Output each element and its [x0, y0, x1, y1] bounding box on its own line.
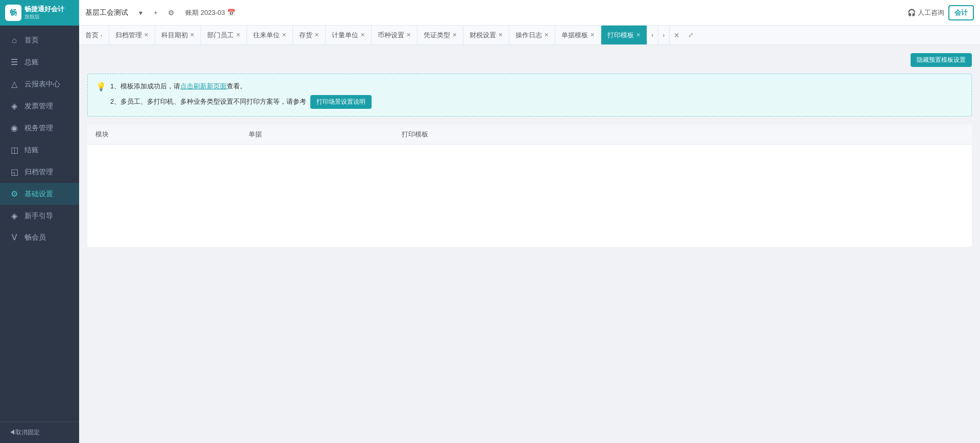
tab-suppliers-label: 往来单位 [253, 31, 280, 40]
tab-single-template-label: 单据模板 [561, 31, 588, 40]
print-scene-button[interactable]: 打印场景设置说明 [310, 95, 372, 109]
service-label: 人工咨询 [918, 8, 944, 17]
tab-subject-init[interactable]: 科目期初 ✕ [155, 26, 201, 45]
archive-icon: ◱ [9, 167, 19, 177]
reports-icon: △ [9, 79, 19, 89]
sidebar-item-settings[interactable]: ⚙ 基础设置 [0, 183, 79, 205]
info-text-1: 1、模板添加成功后，请点击刷新新页面查看。 [110, 81, 247, 92]
tab-measure-unit-close[interactable]: ✕ [360, 32, 365, 38]
tab-currency[interactable]: 币种设置 ✕ [372, 26, 418, 45]
home-icon: ⌂ [9, 36, 19, 45]
add-icon[interactable]: ＋ [150, 7, 162, 19]
sidebar-item-settle[interactable]: ◫ 结账 [0, 139, 79, 161]
sidebar-nav: ⌂ 首页 ☰ 总账 △ 云报表中心 ◈ 发票管理 ◉ 税务管理 ◫ 结账 ◱ 归… [0, 26, 79, 422]
tab-single-template[interactable]: 单据模板 ✕ [555, 26, 601, 45]
table-body [87, 145, 972, 247]
tab-op-log-close[interactable]: ✕ [544, 32, 549, 38]
tabs-expand-button[interactable]: ⤢ [684, 26, 698, 45]
tab-subject-init-close[interactable]: ✕ [190, 32, 194, 38]
topbar: 基层工会测试 ▾ ＋ ⚙ 账期 2023-03 📅 🎧 人工咨询 会计 [79, 0, 980, 26]
tab-suppliers[interactable]: 往来单位 ✕ [247, 26, 293, 45]
tab-tax-settings[interactable]: 财税设置 ✕ [463, 26, 509, 45]
sidebar-item-guide[interactable]: ◈ 新手引导 [0, 205, 79, 227]
sidebar-item-archive[interactable]: ◱ 归档管理 [0, 161, 79, 183]
tab-measure-unit[interactable]: 计量单位 ✕ [326, 26, 372, 45]
tab-voucher-type-label: 凭证类型 [424, 31, 450, 40]
tab-print-template-close[interactable]: ✕ [636, 32, 641, 38]
member-icon: V [9, 233, 19, 242]
period-value: 2023-03 [201, 9, 225, 16]
tab-archive-mgmt-label: 归档管理 [115, 31, 142, 40]
tab-voucher-type-close[interactable]: ✕ [452, 32, 457, 38]
unpin-label: ◀取消固定 [9, 428, 40, 437]
topbar-actions: ▾ ＋ ⚙ [134, 7, 177, 19]
info-row-2: 💡 2、多员工、多打印机、多种业务类型设置不同打印方案等，请参考 打印场景设置说… [96, 95, 963, 109]
tabs-next-button[interactable]: › [658, 26, 670, 45]
tab-home[interactable]: 首页 ‹ [79, 26, 109, 45]
sidebar-item-ledger[interactable]: ☰ 总账 [0, 51, 79, 73]
tab-currency-label: 币种设置 [378, 31, 404, 40]
tab-tax-settings-label: 财税设置 [470, 31, 496, 40]
settle-icon: ◫ [9, 145, 19, 155]
bulb-icon: 💡 [96, 82, 106, 91]
sidebar-item-home-label: 首页 [24, 36, 39, 45]
sidebar-item-home[interactable]: ⌂ 首页 [0, 30, 79, 51]
ledger-icon: ☰ [9, 57, 19, 67]
tab-measure-unit-label: 计量单位 [332, 31, 358, 40]
sidebar-item-tax-label: 税务管理 [24, 124, 53, 133]
tabs-close-all-button[interactable]: ✕ [670, 26, 684, 45]
tab-print-template[interactable]: 打印模板 ✕ [601, 26, 647, 45]
kuaiji-button[interactable]: 会计 [948, 5, 974, 20]
refresh-link[interactable]: 点击刷新新页面 [180, 82, 227, 90]
settings-icon: ⚙ [9, 189, 19, 199]
sidebar-item-invoice-label: 发票管理 [24, 102, 53, 111]
tab-archive-mgmt[interactable]: 归档管理 ✕ [109, 26, 155, 45]
hide-template-button[interactable]: 隐藏预置模板设置 [911, 53, 972, 67]
tabs-bar: 首页 ‹ 归档管理 ✕ 科目期初 ✕ 部门员工 ✕ 往来单位 ✕ 存货 ✕ 计量… [79, 26, 980, 45]
tab-inventory-close[interactable]: ✕ [314, 32, 319, 38]
tax-icon: ◉ [9, 123, 19, 133]
tab-op-log[interactable]: 操作日志 ✕ [509, 26, 555, 45]
sidebar-item-invoice[interactable]: ◈ 发票管理 [0, 95, 79, 117]
sidebar-logo: 畅 畅捷通好会计 旗舰版 [0, 0, 79, 26]
tab-archive-mgmt-close[interactable]: ✕ [144, 32, 149, 38]
content-area: 隐藏预置模板设置 💡 1、模板添加成功后，请点击刷新新页面查看。 💡 2、多员工… [79, 45, 980, 443]
service-button[interactable]: 🎧 人工咨询 [908, 8, 944, 17]
tab-dept-staff-close[interactable]: ✕ [236, 32, 240, 38]
sidebar-item-ledger-label: 总账 [24, 58, 39, 67]
dropdown-icon[interactable]: ▾ [134, 7, 146, 19]
info-row-1: 💡 1、模板添加成功后，请点击刷新新页面查看。 [96, 81, 963, 92]
unpin-button[interactable]: ◀取消固定 [0, 422, 79, 443]
period-area: 账期 2023-03 📅 [185, 8, 235, 17]
company-name: 基层工会测试 [85, 8, 128, 17]
sidebar-item-tax[interactable]: ◉ 税务管理 [0, 117, 79, 139]
sidebar-item-archive-label: 归档管理 [24, 168, 53, 177]
sidebar-item-reports[interactable]: △ 云报表中心 [0, 73, 79, 95]
th-module: 模块 [87, 125, 240, 144]
table-header: 模块 单据 打印模板 [87, 125, 972, 145]
logo-subtitle: 旗舰版 [24, 13, 64, 20]
tabs-prev-button[interactable]: ‹ [647, 26, 658, 45]
sidebar-item-settle-label: 结账 [24, 146, 39, 155]
sidebar-item-member[interactable]: V 畅会员 [0, 227, 79, 248]
tab-dept-staff[interactable]: 部门员工 ✕ [201, 26, 247, 45]
tab-inventory[interactable]: 存货 ✕ [293, 26, 326, 45]
topbar-right: 🎧 人工咨询 会计 [908, 5, 974, 20]
main-area: 基层工会测试 ▾ ＋ ⚙ 账期 2023-03 📅 🎧 人工咨询 会计 首页 ‹ [79, 0, 980, 443]
tab-home-chevron: ‹ [101, 32, 103, 38]
headphone-icon: 🎧 [908, 9, 916, 16]
tab-voucher-type[interactable]: 凭证类型 ✕ [418, 26, 463, 45]
calendar-icon[interactable]: 📅 [227, 9, 235, 16]
tab-tax-settings-close[interactable]: ✕ [498, 32, 503, 38]
info-box: 💡 1、模板添加成功后，请点击刷新新页面查看。 💡 2、多员工、多打印机、多种业… [87, 74, 972, 116]
tab-home-label: 首页 [85, 31, 99, 40]
tab-currency-close[interactable]: ✕ [406, 32, 411, 38]
gear-icon[interactable]: ⚙ [165, 7, 177, 19]
sidebar-item-reports-label: 云报表中心 [24, 80, 60, 89]
th-template: 打印模板 [394, 125, 972, 144]
guide-icon: ◈ [9, 211, 19, 221]
tab-single-template-close[interactable]: ✕ [590, 32, 595, 38]
tab-inventory-label: 存货 [299, 31, 312, 40]
data-table: 模块 单据 打印模板 [87, 125, 972, 247]
tab-suppliers-close[interactable]: ✕ [282, 32, 286, 38]
